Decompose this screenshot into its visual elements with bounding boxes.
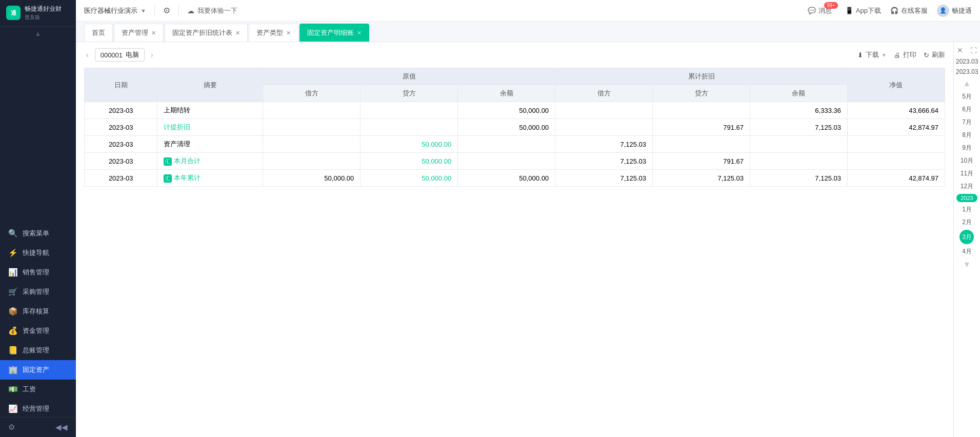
sidebar-scroll-up[interactable]: ▲ [0, 29, 76, 38]
lightning-icon: ⚡ [8, 248, 17, 257]
timeline-close-btn[interactable]: ✕ [957, 46, 963, 54]
cell-yz-debit [263, 153, 361, 170]
cell-lj-debit: 7,125.03 [555, 153, 653, 170]
timeline-month-9[interactable]: 9月 [959, 142, 974, 154]
timeline-month-12[interactable]: 12月 [959, 180, 974, 193]
sidebar-item-salary[interactable]: 💵 工资 [0, 380, 76, 399]
timeline-month-1[interactable]: 1月 [956, 203, 977, 216]
sidebar-item-ledger[interactable]: 📒 总账管理 [0, 341, 76, 360]
tab-close-icon[interactable]: ✕ [151, 30, 156, 36]
topbar: 医疗器械行业演示 ▼ ⚙ ☁ 我要体验一下 💬 消息 99+ 📱 App下载 🎧… [76, 0, 980, 22]
sidebar-item-search[interactable]: 🔍 搜索菜单 [0, 224, 76, 243]
nav-prev-btn[interactable]: ‹ [84, 50, 91, 60]
company-selector[interactable]: 医疗器械行业演示 ▼ [84, 6, 146, 15]
tab-label: 固定资产明细账 [307, 28, 354, 37]
sidebar-item-fixed-assets[interactable]: 🏢 固定资产 [0, 360, 76, 380]
tab-asset-detail[interactable]: 固定资产明细账 ✕ [299, 24, 369, 42]
cell-date: 2023-03 [85, 170, 157, 187]
timeline-scroll-up[interactable]: ▲ [961, 77, 973, 90]
topbar-divider [154, 6, 155, 16]
nav-next-btn[interactable]: › [149, 50, 155, 60]
cell-lj-balance: 7,125.03 [750, 119, 848, 136]
cell-lj-balance [750, 136, 848, 153]
sidebar-item-quick-nav[interactable]: ⚡ 快捷导航 [0, 243, 76, 263]
refresh-action[interactable]: ↻ 刷新 [924, 50, 945, 59]
sidebar-item-label: 资金管理 [23, 326, 49, 335]
collapse-icon[interactable]: ◀◀ [55, 423, 68, 432]
cell-lj-credit: 791.67 [653, 119, 750, 136]
timeline-date-top1[interactable]: 2023.03 [954, 56, 980, 67]
timeline-month-7[interactable]: 7月 [959, 116, 974, 129]
sidebar-item-funds[interactable]: 💰 资金管理 [0, 321, 76, 341]
timeline-month-11[interactable]: 11月 [959, 167, 974, 180]
message-btn[interactable]: 💬 消息 99+ [808, 6, 832, 15]
timeline-month-6[interactable]: 6月 [959, 103, 974, 116]
cell-desc: 汇本年累计 [157, 170, 263, 187]
tab-depreciation-table[interactable]: 固定资产折旧统计表 ✕ [165, 24, 248, 42]
experience-label: 我要体验一下 [197, 6, 237, 15]
timeline-scroll-down[interactable]: ▼ [961, 258, 973, 271]
service-label: 在线客服 [901, 6, 928, 15]
nav-items-list: 🔍 搜索菜单 ⚡ 快捷导航 📊 销售管理 🛒 采购管理 📦 库存核算 💰 资金管… [0, 224, 76, 417]
download-icon: 📱 [845, 7, 853, 14]
cell-date: 2023-03 [85, 136, 157, 153]
cell-yz-balance: 50,000.00 [458, 119, 555, 136]
cell-yz-balance: 50,000.00 [458, 170, 555, 187]
timeline-date-top2[interactable]: 2023.03 [954, 67, 980, 77]
table-row: 2023-03 汇本年累计 50,000.00 50,000.00 50,000… [85, 170, 945, 187]
tab-asset-type[interactable]: 资产类型 ✕ [249, 24, 298, 42]
download-btn[interactable]: 📱 App下载 [845, 6, 881, 15]
cell-yz-credit: 50,000.00 [361, 170, 458, 187]
col-accumulated-depreciation: 累计折旧 [555, 68, 848, 85]
table-body: 2023-03 上期结转 50,000.00 6,333.36 43,666.6… [85, 102, 945, 187]
timeline-year-2023[interactable]: 2023 [956, 194, 977, 202]
cell-net-value: 43,666.64 [847, 102, 945, 119]
sidebar-item-ops[interactable]: 📈 经营管理 [0, 399, 76, 417]
sidebar-item-label: 销售管理 [23, 268, 49, 277]
cell-net-value: 42,874.97 [847, 170, 945, 187]
print-action[interactable]: 🖨 打印 [894, 50, 916, 59]
cell-lj-credit [653, 102, 750, 119]
tab-close-icon[interactable]: ✕ [286, 30, 291, 36]
user-btn[interactable]: 👤 畅捷通 [937, 5, 972, 17]
cell-yz-debit [263, 102, 361, 119]
content-main: ‹ 000001 电脑 › ⬇ 下载 ▼ 🖨 打印 [76, 42, 953, 437]
timeline-top: ✕ ⛶ [954, 44, 980, 56]
service-btn[interactable]: 🎧 在线客服 [890, 6, 928, 15]
cell-net-value [847, 136, 945, 153]
timeline-month-4[interactable]: 4月 [956, 245, 977, 258]
tab-label: 资产管理 [122, 28, 148, 37]
col-yz-credit: 贷方 [361, 85, 458, 102]
experience-btn[interactable]: ☁ 我要体验一下 [187, 6, 237, 15]
cell-date: 2023-03 [85, 102, 157, 119]
tab-asset-mgmt[interactable]: 资产管理 ✕ [114, 24, 164, 42]
settings-icon[interactable]: ⚙ [8, 423, 15, 432]
asset-nav: ‹ 000001 电脑 › ⬇ 下载 ▼ 🖨 打印 [84, 48, 945, 62]
tab-home[interactable]: 首页 [84, 24, 113, 42]
asset-code: 000001 [101, 51, 123, 59]
timeline-expand-btn[interactable]: ⛶ [970, 47, 977, 54]
settings-btn[interactable]: ⚙ [163, 6, 170, 15]
refresh-icon: ↻ [924, 51, 929, 59]
topbar-right: 💬 消息 99+ 📱 App下载 🎧 在线客服 👤 畅捷通 [808, 5, 972, 17]
table-row: 2023-03 计提折旧 50,000.00 791.67 7,125.03 4… [85, 119, 945, 136]
app-title: 畅捷通好业财 [25, 5, 62, 13]
timeline-month-10[interactable]: 10月 [959, 154, 974, 167]
tab-close-icon[interactable]: ✕ [357, 30, 362, 36]
cell-desc: 汇本月合计 [157, 153, 263, 170]
sidebar-item-sales[interactable]: 📊 销售管理 [0, 263, 76, 282]
timeline-month-3-active[interactable]: 3月 [959, 230, 974, 244]
ledger-icon: 📒 [8, 346, 17, 355]
timeline-month-5[interactable]: 5月 [959, 90, 974, 103]
refresh-label: 刷新 [932, 50, 945, 59]
sidebar-item-purchase[interactable]: 🛒 采购管理 [0, 282, 76, 302]
timeline-month-8[interactable]: 8月 [959, 129, 974, 142]
sidebar-header: 通 畅捷通好业财 普及版 [0, 0, 76, 27]
sidebar-item-inventory[interactable]: 📦 库存核算 [0, 302, 76, 321]
print-label: 打印 [903, 50, 916, 59]
print-icon: 🖨 [894, 51, 901, 59]
tab-close-icon[interactable]: ✕ [235, 30, 240, 36]
badge-icon: 汇 [164, 157, 172, 166]
timeline-month-2[interactable]: 2月 [956, 216, 977, 229]
download-action[interactable]: ⬇ 下载 ▼ [857, 50, 887, 59]
